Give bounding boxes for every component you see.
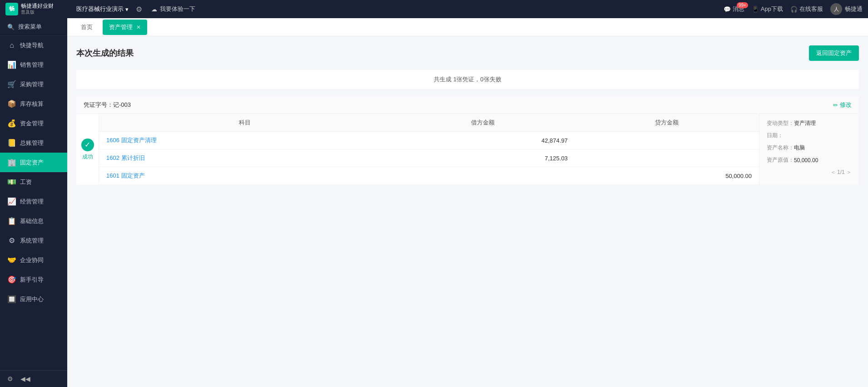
sidebar-item-inventory[interactable]: 📦 库存核算 [0,94,67,114]
sidebar-item-basic-info[interactable]: 📋 基础信息 [0,211,67,231]
voucher-table: 科目 借方金额 贷方金额 1606 固定资产清理 42,874.97 [99,114,759,185]
subject-cell: 1602 累计折旧 [99,149,391,167]
change-type-value: 资产清理 [794,119,852,127]
table-row: 1601 固定资产 50,000.00 [99,167,759,185]
header-right: 💬 消息 99+ 📱 App下载 🎧 在线客服 人 畅捷通 [724,3,863,15]
sidebar-item-enterprise[interactable]: 🤝 企业协同 [0,250,67,270]
sidebar-search[interactable]: 🔍 搜索菜单 [0,18,67,36]
subject-cell: 1606 固定资产清理 [99,132,391,149]
tab-close-icon[interactable]: ✕ [136,24,141,30]
voucher-card: 凭证字号：记-003 ✏ 修改 ✓ 成功 [76,96,859,185]
asset-value-value: 50,000.00 [794,157,852,164]
success-label: 成功 [82,153,93,161]
sidebar-item-ledger[interactable]: 📒 总账管理 [0,133,67,153]
return-button[interactable]: 返回固定资产 [809,45,859,61]
messages-button[interactable]: 💬 消息 99+ [724,5,744,13]
voucher-table-area: 科目 借方金额 贷方金额 1606 固定资产清理 42,874.97 [99,114,759,185]
sidebar-item-app-center[interactable]: 🔲 应用中心 [0,289,67,309]
summary-text: 共生成 1张凭证，0张失败 [434,76,501,83]
sidebar-item-sales[interactable]: 📊 销售管理 [0,55,67,74]
prev-page-btn[interactable]: ＜ [830,169,836,175]
app-download-button[interactable]: 📱 App下载 [752,5,783,13]
sidebar-item-purchase[interactable]: 🛒 采购管理 [0,74,67,94]
sidebar-label: 基础信息 [20,217,44,225]
username: 畅捷通 [845,5,863,13]
system-icon: ⚙ [7,236,16,245]
sidebar-label: 快捷导航 [20,41,44,50]
sidebar-label: 库存核算 [20,100,44,108]
edit-button[interactable]: ✏ 修改 [833,101,852,109]
sidebar-item-operations[interactable]: 📈 经营管理 [0,192,67,211]
operations-icon: 📈 [7,197,16,206]
table-row: 1602 累计折旧 7,125.03 [99,149,759,167]
asset-value-label: 资产原值： [767,156,794,164]
sidebar-item-funds[interactable]: 💰 资金管理 [0,114,67,133]
main-layout: 🔍 搜索菜单 ⌂ 快捷导航 📊 销售管理 🛒 采购管理 📦 库存核算 💰 资金管… [0,18,868,387]
success-circle: ✓ [81,139,94,151]
asset-name-value: 电脑 [794,144,852,152]
credit-cell: 50,000.00 [575,167,759,185]
cloud-icon: ☁ [151,6,157,13]
search-label: 搜索菜单 [18,23,42,31]
page-info: 1/1 [837,169,846,175]
asset-name-row: 资产名称： 电脑 [767,144,852,152]
dropdown-icon: ▾ [125,6,129,13]
sales-icon: 📊 [7,60,16,69]
sidebar-label: 资金管理 [20,119,44,128]
salary-icon: 💵 [7,178,16,186]
gear-button[interactable]: ⚙ [132,2,146,16]
funds-icon: 💰 [7,119,16,128]
sidebar-item-system[interactable]: ⚙ 系统管理 [0,231,67,250]
status-column: ✓ 成功 [76,114,99,185]
page-header: 本次生成的结果 返回固定资产 [76,45,859,61]
try-button[interactable]: ☁ 我要体验一下 [151,5,195,13]
sidebar-label: 企业协同 [20,256,44,264]
user-area[interactable]: 人 畅捷通 [830,3,863,15]
debit-cell [391,167,575,185]
date-label: 日期： [767,132,794,139]
side-info-panel: 变动类型： 资产清理 日期： 资产名称： 电脑 资产原值： [759,114,859,185]
home-icon: ⌂ [7,41,16,50]
logo-icon: 畅 [5,3,18,15]
top-header: 畅 畅捷通好业财 普及版 医疗器械行业演示 ▾ ⚙ ☁ 我要体验一下 💬 消息 … [0,0,868,18]
debit-cell: 7,125.03 [391,149,575,167]
ledger-icon: 📒 [7,139,16,147]
tab-home[interactable]: 首页 [74,20,99,35]
sidebar-label: 总账管理 [20,139,44,147]
sidebar-label: 系统管理 [20,237,44,245]
settings-bottom-icon[interactable]: ⚙ [7,375,13,382]
sidebar-label: 采购管理 [20,80,44,89]
table-row: 1606 固定资产清理 42,874.97 [99,132,759,149]
sidebar-label: 应用中心 [20,295,44,303]
next-page-btn[interactable]: ＞ [846,169,852,175]
sidebar-label: 工资 [20,178,32,186]
page-content: 本次生成的结果 返回固定资产 共生成 1张凭证，0张失败 凭证字号：记-003 … [67,36,868,387]
collapse-icon[interactable]: ◀◀ [20,375,30,382]
col-header-debit: 借方金额 [391,114,575,132]
guide-icon: 🎯 [7,275,16,284]
asset-value-row: 资产原值： 50,000.00 [767,156,852,164]
content-area: 首页 资产管理 ✕ 本次生成的结果 返回固定资产 共生成 1张凭证，0张失败 [67,18,868,387]
change-type-row: 变动类型： 资产清理 [767,119,852,127]
sidebar-label: 经营管理 [20,198,44,206]
sidebar-label: 销售管理 [20,61,44,69]
col-header-subject: 科目 [99,114,391,132]
sidebar-item-salary[interactable]: 💵 工资 [0,172,67,192]
asset-name-label: 资产名称： [767,144,794,152]
edit-icon: ✏ [833,102,838,109]
sidebar-label: 新手引导 [20,276,44,284]
page-title: 本次生成的结果 [76,48,134,59]
company-selector[interactable]: 医疗器械行业演示 ▾ [73,3,132,15]
message-icon: 💬 [724,6,731,13]
logo-area: 畅 畅捷通好业财 普及版 [5,3,73,15]
sidebar-item-quick-nav[interactable]: ⌂ 快捷导航 [0,36,67,55]
service-icon: 🎧 [790,6,798,13]
sidebar-item-guide[interactable]: 🎯 新手引导 [0,270,67,289]
pagination[interactable]: ＜ 1/1 ＞ [767,169,852,176]
tab-asset-mgmt[interactable]: 资产管理 ✕ [103,20,147,35]
date-row: 日期： [767,132,852,139]
logo-edition: 普及版 [21,9,54,15]
online-service-button[interactable]: 🎧 在线客服 [790,5,823,13]
summary-bar: 共生成 1张凭证，0张失败 [76,70,859,89]
sidebar-item-fixed-assets[interactable]: 🏢 固定资产 [0,153,67,172]
